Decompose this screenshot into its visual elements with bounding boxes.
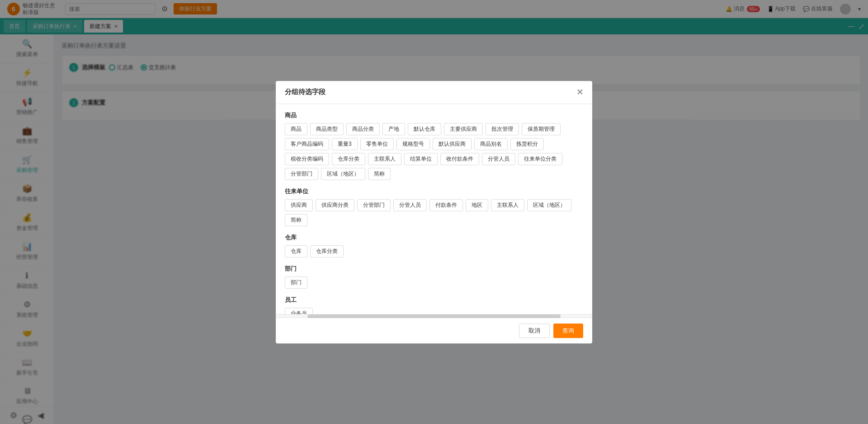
field-tag[interactable]: 主联系人 — [368, 153, 401, 165]
field-tag[interactable]: 主联系人 — [491, 199, 524, 211]
field-tag[interactable]: 分管部门 — [357, 199, 391, 211]
field-tag[interactable]: 仓库 — [285, 245, 307, 257]
field-tag[interactable]: 拣货积分 — [510, 138, 544, 150]
field-tag[interactable]: 往来单位分类 — [518, 153, 562, 165]
field-tag[interactable]: 默认仓库 — [408, 123, 441, 135]
field-tag[interactable]: 供应商分类 — [316, 199, 354, 211]
field-tag[interactable]: 商品分类 — [346, 123, 380, 135]
field-tag[interactable]: 规格型号 — [396, 138, 430, 150]
dialog-horizontal-scrollbar[interactable] — [276, 314, 592, 318]
dialog-title: 分组待选字段 — [285, 88, 326, 96]
field-tag[interactable]: 收付款条件 — [440, 153, 479, 165]
field-tag[interactable]: 商品别名 — [474, 138, 508, 150]
field-tag[interactable]: 零售单位 — [360, 138, 394, 150]
field-tag[interactable]: 产地 — [382, 123, 405, 135]
field-group-department-title: 部门 — [285, 265, 583, 273]
field-list-partner: 供应商 供应商分类 分管部门 分管人员 付款条件 地区 主联系人 区域（地区） … — [285, 199, 583, 226]
confirm-button[interactable]: 查询 — [553, 324, 583, 338]
field-tag[interactable]: 简称 — [368, 168, 391, 180]
field-tag[interactable]: 分管人员 — [482, 153, 515, 165]
field-tag[interactable]: 保质期管理 — [522, 123, 561, 135]
field-group-product-title: 商品 — [285, 111, 583, 119]
field-tag[interactable]: 付款条件 — [429, 199, 463, 211]
field-tag[interactable]: 客户商品编码 — [285, 138, 329, 150]
field-group-warehouse: 仓库 仓库 仓库分类 — [285, 233, 583, 257]
field-tag[interactable]: 商品 — [285, 123, 307, 135]
field-tag[interactable]: 主要供应商 — [444, 123, 483, 135]
dialog-overlay: 分组待选字段 ✕ 商品 商品 商品类型 商品分类 产地 默认仓库 主要供应商 批… — [0, 0, 868, 424]
field-select-dialog: 分组待选字段 ✕ 商品 商品 商品类型 商品分类 产地 默认仓库 主要供应商 批… — [276, 81, 592, 343]
cancel-button[interactable]: 取消 — [519, 324, 550, 338]
dialog-footer: 取消 查询 — [276, 318, 592, 343]
field-tag[interactable]: 区域（地区） — [321, 168, 365, 180]
field-tag[interactable]: 地区 — [466, 199, 488, 211]
field-group-partner-title: 往来单位 — [285, 187, 583, 195]
dialog-hscroll-thumb — [307, 314, 561, 318]
field-tag[interactable]: 仓库分类 — [310, 245, 344, 257]
field-tag[interactable]: 结算单位 — [404, 153, 438, 165]
field-group-department: 部门 部门 — [285, 265, 583, 289]
field-tag[interactable]: 简称 — [285, 214, 307, 226]
field-group-employee-title: 员工 — [285, 296, 583, 304]
field-tag[interactable]: 分管部门 — [285, 168, 318, 180]
field-list-product: 商品 商品类型 商品分类 产地 默认仓库 主要供应商 批次管理 保质期管理 客户… — [285, 123, 583, 180]
field-tag[interactable]: 税收分类编码 — [285, 153, 329, 165]
field-group-warehouse-title: 仓库 — [285, 233, 583, 242]
dialog-body[interactable]: 商品 商品 商品类型 商品分类 产地 默认仓库 主要供应商 批次管理 保质期管理… — [276, 104, 592, 314]
dialog-header: 分组待选字段 ✕ — [276, 81, 592, 104]
dialog-close-button[interactable]: ✕ — [576, 87, 583, 97]
field-tag[interactable]: 部门 — [285, 276, 307, 289]
field-list-department: 部门 — [285, 276, 583, 289]
field-tag[interactable]: 仓库分类 — [332, 153, 365, 165]
field-tag[interactable]: 分管人员 — [393, 199, 427, 211]
field-list-employee: 业务员 — [285, 308, 583, 314]
field-tag[interactable]: 默认供应商 — [433, 138, 472, 150]
field-list-warehouse: 仓库 仓库分类 — [285, 245, 583, 257]
field-tag[interactable]: 重量3 — [332, 138, 358, 150]
field-tag[interactable]: 供应商 — [285, 199, 313, 211]
field-group-product: 商品 商品 商品类型 商品分类 产地 默认仓库 主要供应商 批次管理 保质期管理… — [285, 111, 583, 180]
field-group-partner: 往来单位 供应商 供应商分类 分管部门 分管人员 付款条件 地区 主联系人 区域… — [285, 187, 583, 226]
field-tag[interactable]: 批次管理 — [486, 123, 519, 135]
field-tag[interactable]: 区域（地区） — [527, 199, 571, 211]
field-tag[interactable]: 业务员 — [285, 308, 313, 314]
field-group-employee: 员工 业务员 — [285, 296, 583, 314]
field-tag[interactable]: 商品类型 — [310, 123, 344, 135]
